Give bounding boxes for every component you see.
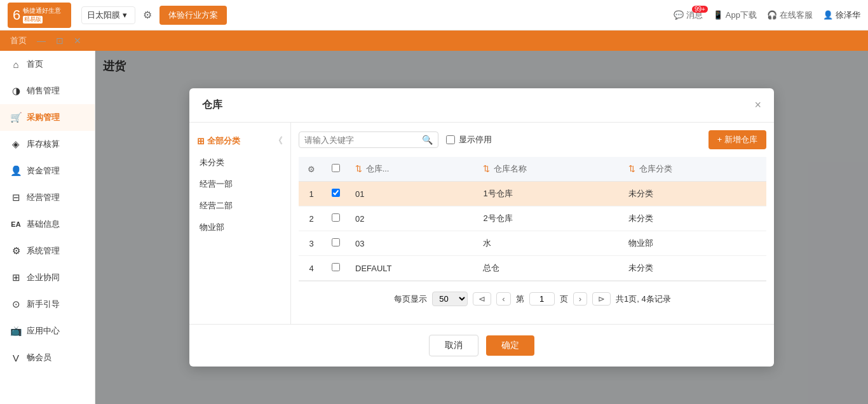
sidebar-label-system: 系统管理 xyxy=(27,245,60,257)
sort-icon-name: ⇅ xyxy=(483,164,490,173)
row-checkbox[interactable] xyxy=(332,189,340,197)
app-download[interactable]: 📱 App下载 xyxy=(713,10,757,21)
pagination: 每页显示 50 10 20 100 ⊲ ‹ 第 页 xyxy=(299,281,766,316)
app-label: App下载 xyxy=(726,10,757,21)
sidebar-item-finance[interactable]: 👤 资金管理 xyxy=(0,158,95,184)
header: 6 畅捷通好生意 精易版 日太阳膜 ▾ ⚙ 体验行业方案 💬 消息 99+ 📱 … xyxy=(0,0,868,30)
last-page-button[interactable]: ⊳ xyxy=(592,292,611,306)
row-checkbox-cell xyxy=(324,231,348,256)
app-name: 畅捷通好生意 xyxy=(23,6,61,15)
sidebar-item-operations[interactable]: ⊟ 经营管理 xyxy=(0,184,95,211)
sidebar-label-guide: 新手引导 xyxy=(27,299,60,310)
sidebar-item-sales[interactable]: ◑ 销售管理 xyxy=(0,77,95,104)
basic-icon: EA xyxy=(10,220,22,228)
user-menu[interactable]: 👤 徐泽华 xyxy=(823,10,860,21)
header-right: 💬 消息 99+ 📱 App下载 🎧 在线客服 👤 徐泽华 xyxy=(674,10,860,21)
show-disabled-checkbox[interactable] xyxy=(446,135,455,144)
logo-text: 畅捷通好生意 精易版 xyxy=(23,6,61,24)
row-num: 2 xyxy=(299,206,324,231)
table-row[interactable]: 2 02 2号仓库 未分类 xyxy=(299,206,766,231)
row-checkbox[interactable] xyxy=(332,238,340,246)
table-body: 1 01 1号仓库 未分类 2 02 2号仓库 未分类 3 03 水 物业部 4 xyxy=(299,182,766,281)
header-center: 日太阳膜 ▾ ⚙ 体验行业方案 xyxy=(81,6,674,25)
table-row[interactable]: 3 03 水 物业部 xyxy=(299,231,766,256)
row-num: 1 xyxy=(299,182,324,206)
first-page-button[interactable]: ⊲ xyxy=(473,292,491,306)
search-icon[interactable]: 🔍 xyxy=(422,135,433,145)
message-notification[interactable]: 💬 消息 99+ xyxy=(674,10,703,21)
sidebar-item-inventory[interactable]: ◈ 库存核算 xyxy=(0,131,95,158)
row-code: 02 xyxy=(348,206,475,231)
row-code: DEFAULT xyxy=(348,256,475,281)
th-settings: ⚙ xyxy=(299,157,324,182)
th-code: ⇅ 仓库... xyxy=(348,157,475,182)
all-categories-label[interactable]: 全部分类 xyxy=(207,135,240,147)
sidebar-item-appcenter[interactable]: 📺 应用中心 xyxy=(0,318,95,344)
row-name: 总仓 xyxy=(475,256,621,281)
row-checkbox[interactable] xyxy=(332,263,340,271)
col-name-label: 仓库名称 xyxy=(494,164,527,173)
inventory-icon: ◈ xyxy=(10,138,22,150)
show-disabled-label: 显示停用 xyxy=(446,134,492,145)
service-label: 在线客服 xyxy=(780,10,813,21)
phone-icon: 📱 xyxy=(713,10,723,20)
window-controls: — ⊡ ✕ xyxy=(34,34,84,47)
restore-icon[interactable]: ⊡ xyxy=(53,34,66,47)
breadcrumb: 首页 xyxy=(10,35,27,46)
sidebar-item-member[interactable]: V 畅会员 xyxy=(0,344,95,371)
online-service[interactable]: 🎧 在线客服 xyxy=(767,10,813,21)
settings-col-icon: ⚙ xyxy=(308,165,315,174)
prev-page-button[interactable]: ‹ xyxy=(496,292,510,306)
row-category: 未分类 xyxy=(621,256,766,281)
sort-icon-category: ⇅ xyxy=(628,164,635,173)
collapse-icon[interactable]: 《 xyxy=(274,135,283,147)
per-page-select[interactable]: 50 10 20 100 xyxy=(432,292,468,306)
add-warehouse-button[interactable]: + 新增仓库 xyxy=(709,130,766,149)
row-checkbox[interactable] xyxy=(332,213,340,222)
sidebar: ⌂ 首页 ◑ 销售管理 🛒 采购管理 ◈ 库存核算 👤 资金管理 ⊟ 经营管理 … xyxy=(0,51,95,404)
total-info: 共1页, 4条记录 xyxy=(616,293,671,305)
sidebar-label-finance: 资金管理 xyxy=(27,165,60,177)
purchase-icon: 🛒 xyxy=(10,112,22,123)
sub-header: 首页 — ⊡ ✕ xyxy=(0,30,868,51)
sidebar-item-guide[interactable]: ⊙ 新手引导 xyxy=(0,291,95,318)
sidebar-label-operations: 经营管理 xyxy=(27,192,60,203)
cancel-button[interactable]: 取消 xyxy=(429,335,478,356)
category-item-property[interactable]: 物业部 xyxy=(189,217,290,238)
store-selector[interactable]: 日太阳膜 ▾ xyxy=(81,6,135,24)
settings-icon[interactable]: ⚙ xyxy=(143,9,152,21)
experience-button[interactable]: 体验行业方案 xyxy=(159,6,227,25)
message-badge: 99+ xyxy=(692,6,708,13)
close-window-icon[interactable]: ✕ xyxy=(71,34,84,47)
store-name: 日太阳膜 xyxy=(87,10,120,21)
table-row[interactable]: 4 DEFAULT 总仓 未分类 xyxy=(299,256,766,281)
row-num: 4 xyxy=(299,256,324,281)
avatar-icon: 👤 xyxy=(823,10,833,20)
row-code: 01 xyxy=(348,182,475,206)
category-item-unclassified[interactable]: 未分类 xyxy=(189,152,290,173)
select-all-checkbox[interactable] xyxy=(332,164,340,172)
modal-close-button[interactable]: × xyxy=(754,98,761,112)
category-panel: ⊞ 全部分类 《 未分类 经营一部 经营二部 物业部 xyxy=(189,123,291,324)
sidebar-item-system[interactable]: ⚙ 系统管理 xyxy=(0,238,95,264)
minimize-icon[interactable]: — xyxy=(34,34,48,47)
row-name: 水 xyxy=(475,231,621,256)
system-icon: ⚙ xyxy=(10,245,22,257)
sidebar-item-purchase[interactable]: 🛒 采购管理 xyxy=(0,104,95,131)
sidebar-item-basic[interactable]: EA 基础信息 xyxy=(0,211,95,238)
next-page-button[interactable]: › xyxy=(573,292,587,306)
sidebar-item-enterprise[interactable]: ⊞ 企业协同 xyxy=(0,264,95,291)
row-category: 未分类 xyxy=(621,182,766,206)
sidebar-label-sales: 销售管理 xyxy=(27,85,60,97)
row-name: 1号仓库 xyxy=(475,182,621,206)
modal-body: ⊞ 全部分类 《 未分类 经营一部 经营二部 物业部 xyxy=(189,123,774,324)
category-item-dept1[interactable]: 经营一部 xyxy=(189,173,290,195)
table-row[interactable]: 1 01 1号仓库 未分类 xyxy=(299,182,766,206)
sales-icon: ◑ xyxy=(10,85,22,97)
category-item-dept2[interactable]: 经营二部 xyxy=(189,195,290,217)
confirm-button[interactable]: 确定 xyxy=(486,335,534,356)
sidebar-item-home[interactable]: ⌂ 首页 xyxy=(0,51,95,77)
page-number-input[interactable] xyxy=(529,292,555,306)
breadcrumb-home[interactable]: 首页 xyxy=(10,36,27,45)
search-input[interactable] xyxy=(304,135,422,145)
